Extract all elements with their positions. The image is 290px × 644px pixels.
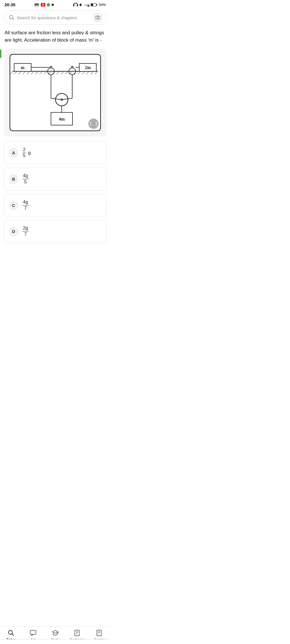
notification-dot <box>52 4 54 6</box>
camera-icon <box>95 15 100 20</box>
svg-point-51 <box>71 70 73 72</box>
status-time: 20:35 <box>5 2 15 7</box>
svg-text:voot: voot <box>35 4 39 6</box>
camera-search-button[interactable] <box>94 14 102 22</box>
option-d-content: 2g 7 <box>22 225 29 238</box>
option-a-content: 2 5 g <box>22 147 31 159</box>
svg-text:4m: 4m <box>59 117 65 121</box>
option-d-badge: D <box>9 227 18 236</box>
option-a-card[interactable]: A 2 5 g <box>4 142 106 164</box>
search-left: Search for questions & chapters <box>9 15 77 20</box>
svg-rect-12 <box>96 4 97 5</box>
svg-text:2m: 2m <box>85 65 91 70</box>
svg-rect-6 <box>77 5 78 6</box>
option-c-content: 4g 7 <box>22 199 29 211</box>
headphone-icon <box>73 3 78 7</box>
system-status-icons: LTE 34% <box>73 3 106 7</box>
option-d-card[interactable]: D 2g 7 <box>4 220 106 243</box>
svg-text:m: m <box>21 65 25 70</box>
svg-point-62 <box>88 119 99 129</box>
status-bar: 20:35 voot LTE <box>0 0 110 8</box>
app-icon-3 <box>46 3 50 7</box>
fraction-2-5: 2 5 <box>22 147 26 159</box>
signal-icon: LTE <box>84 3 89 7</box>
svg-rect-9 <box>88 5 88 7</box>
option-a-badge: A <box>9 148 18 158</box>
search-icon <box>9 15 14 20</box>
voot-icon: voot <box>35 3 40 7</box>
diagram-svg-wrapper: m 2m <box>7 52 104 134</box>
option-b-badge: B <box>9 174 18 184</box>
option-c-badge: C <box>9 200 18 210</box>
svg-rect-13 <box>91 4 93 6</box>
svg-marker-7 <box>80 3 81 7</box>
option-a-fraction: 2 5 g <box>22 147 31 159</box>
left-indicator <box>0 50 1 58</box>
svg-text:LTE: LTE <box>84 4 88 7</box>
battery-icon <box>91 3 97 7</box>
option-c-card[interactable]: C 4g 7 <box>4 194 106 217</box>
fraction-4g-5: 4g 5 <box>22 173 29 185</box>
svg-rect-5 <box>73 5 74 6</box>
physics-diagram: m 2m <box>4 49 106 136</box>
fraction-4g-7: 4g 7 <box>22 199 29 211</box>
svg-point-47 <box>50 70 52 72</box>
battery-percent: 34% <box>99 3 106 7</box>
status-app-icons: voot <box>35 3 54 7</box>
option-b-content: 4g 5 <box>22 173 29 185</box>
option-b-card[interactable]: B 4g 5 <box>4 168 106 191</box>
svg-point-4 <box>47 3 50 7</box>
svg-line-15 <box>12 18 14 20</box>
fraction-2g-7: 2g 7 <box>22 225 29 238</box>
pulley-diagram: m 2m <box>7 52 103 134</box>
search-bar[interactable]: Search for questions & chapters <box>4 10 106 25</box>
svg-rect-10 <box>89 4 89 7</box>
search-placeholder: Search for questions & chapters <box>17 15 77 20</box>
youtube-icon <box>41 3 45 7</box>
question-text: All surface are friction less and pulley… <box>0 28 110 49</box>
svg-point-17 <box>97 17 99 18</box>
main-content: All surface are friction less and pulley… <box>0 28 110 280</box>
volume-icon <box>79 3 83 7</box>
